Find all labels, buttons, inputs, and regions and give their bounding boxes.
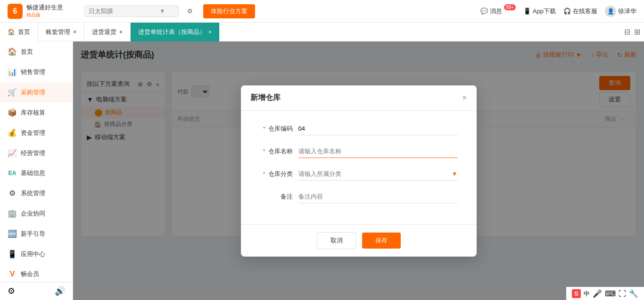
bottom-status-bar: S 中 🎤 ⌨ ⛶ 🔧 <box>566 287 644 300</box>
sidebar-item-guide[interactable]: 🆕 新手引导 <box>0 224 73 244</box>
sidebar-item-system[interactable]: ⚙ 系统管理 <box>0 183 73 203</box>
sidebar-item-finance[interactable]: 💰 资金管理 <box>0 123 73 143</box>
tab-controls: ⊟ ⊞ <box>624 27 644 36</box>
online-service-button[interactable]: 🎧 在线客服 <box>563 7 597 16</box>
expand-icon[interactable]: ⛶ <box>619 290 626 298</box>
sidebar-guide-label: 新手引导 <box>21 230 45 238</box>
tab-purchase-return-label: 进货退货 <box>92 28 116 36</box>
sidebar-item-purchase[interactable]: 🛒 采购管理 <box>0 82 73 102</box>
gear-button[interactable]: ⚙ <box>182 4 198 19</box>
system-icon: ⚙ <box>8 189 17 198</box>
sidebar-sales-label: 销售管理 <box>21 68 45 76</box>
warehouse-code-input[interactable] <box>298 122 458 135</box>
cancel-button[interactable]: 取消 <box>317 232 356 249</box>
finance-icon: 💰 <box>8 128 17 137</box>
main-area: 🏠 首页 📊 销售管理 🛒 采购管理 📦 库存核算 💰 资金管理 📈 经营管理 … <box>0 42 644 300</box>
save-button[interactable]: 保存 <box>362 233 401 249</box>
keyboard-icon[interactable]: ⌨ <box>605 289 616 298</box>
tab-prev-icon[interactable]: ⊟ <box>624 27 630 36</box>
tab-next-icon[interactable]: ⊞ <box>634 27 640 36</box>
sidebar-item-home[interactable]: 🏠 首页 <box>0 42 73 62</box>
sidebar-member-label: 畅会员 <box>21 270 39 278</box>
volume-icon[interactable]: 🔊 <box>55 286 65 296</box>
sidebar-item-member[interactable]: V 畅会员 <box>0 264 73 284</box>
app-download-button[interactable]: 📱 App下载 <box>523 7 556 16</box>
tab-accounts-close[interactable]: × <box>73 29 76 35</box>
note-label: 备注 <box>260 192 293 201</box>
sidebar-home-label: 首页 <box>21 48 33 56</box>
logo-title: 畅捷通好生意 <box>26 4 63 12</box>
settings-bottom-icon[interactable]: ⚙ <box>8 286 15 296</box>
warehouse-code-row: * 仓库编码 <box>260 122 458 135</box>
username-label: 徐泽华 <box>618 7 636 16</box>
sidebar-enterprise-label: 企业协同 <box>21 209 45 218</box>
note-input[interactable] <box>298 190 458 203</box>
message-icon: 💬 <box>480 8 488 15</box>
s-logo: S <box>572 289 581 298</box>
modal-title: 新增仓库 <box>250 93 281 103</box>
sidebar-item-basic[interactable]: EA 基础信息 <box>0 163 73 183</box>
settings-status-icon[interactable]: 🔧 <box>629 289 638 298</box>
message-button[interactable]: 💬 消息 99+ <box>480 7 516 16</box>
tab-accounts[interactable]: 账套管理 × <box>38 23 84 42</box>
tab-purchase-stats-label: 进货单统计表（按商品） <box>138 28 206 36</box>
modal-header: 新增仓库 × <box>241 85 477 111</box>
sidebar-bottom: ⚙ 🔊 <box>0 282 73 300</box>
tab-purchase-stats-close[interactable]: × <box>208 29 212 35</box>
mic-icon[interactable]: 🎤 <box>593 289 602 298</box>
tab-accounts-label: 账套管理 <box>46 28 70 36</box>
basic-icon: EA <box>8 170 17 176</box>
top-header: 6 畅捷通好生意 精品版 ▼ ⚙ 体验行业方案 💬 消息 99+ 📱 App下载… <box>0 0 644 23</box>
sidebar-item-sales[interactable]: 📊 销售管理 <box>0 62 73 82</box>
sidebar-item-inventory[interactable]: 📦 库存核算 <box>0 102 73 123</box>
enterprise-icon: 🏢 <box>8 209 17 218</box>
warehouse-category-input[interactable] <box>298 167 452 180</box>
app-center-icon: 📱 <box>8 250 17 258</box>
message-badge: 99+ <box>504 4 516 10</box>
warehouse-name-input[interactable] <box>298 145 458 158</box>
warehouse-name-label: * 仓库名称 <box>260 147 293 156</box>
sidebar-basic-label: 基础信息 <box>21 169 45 177</box>
search-input[interactable] <box>89 8 159 15</box>
avatar: 👤 <box>605 6 616 17</box>
app-icon: 📱 <box>523 8 531 15</box>
sidebar-item-operation[interactable]: 📈 经营管理 <box>0 143 73 163</box>
modal-close-button[interactable]: × <box>462 93 467 103</box>
tab-purchase-return-close[interactable]: × <box>119 29 123 35</box>
sales-icon: 📊 <box>8 67 17 76</box>
sidebar-app-label: 应用中心 <box>21 250 45 258</box>
sidebar-item-app[interactable]: 📱 应用中心 <box>0 244 73 264</box>
modal-overlay: 新增仓库 × * 仓库编码 * <box>73 42 644 300</box>
tab-purchase-return[interactable]: 进货退货 × <box>84 23 131 42</box>
warehouse-category-label: * 仓库分类 <box>260 170 293 178</box>
inventory-icon: 📦 <box>8 108 17 117</box>
sidebar-inventory-label: 库存核算 <box>21 108 45 117</box>
header-search-box[interactable]: ▼ <box>84 5 179 17</box>
operation-icon: 📈 <box>8 149 17 158</box>
logo-icon: 6 <box>8 4 23 19</box>
header-right: 💬 消息 99+ 📱 App下载 🎧 在线客服 👤 徐泽华 <box>480 6 636 17</box>
headphone-icon: 🎧 <box>563 8 571 15</box>
warehouse-category-select[interactable]: ▼ <box>298 167 458 181</box>
user-profile[interactable]: 👤 徐泽华 <box>605 6 636 17</box>
tab-purchase-stats[interactable]: 进货单统计表（按商品） × <box>131 23 220 42</box>
sidebar-item-enterprise[interactable]: 🏢 企业协同 <box>0 203 73 224</box>
modal-body: * 仓库编码 * 仓库名称 <box>241 111 477 224</box>
category-dropdown-icon[interactable]: ▼ <box>452 170 458 177</box>
logo-sub: 精品版 <box>26 12 63 18</box>
add-warehouse-modal: 新增仓库 × * 仓库编码 * <box>241 85 477 257</box>
zh-icon[interactable]: 中 <box>584 290 590 298</box>
tab-home-label: 首页 <box>18 28 30 36</box>
tab-home[interactable]: 🏠 首页 <box>0 23 38 42</box>
purchase-icon: 🛒 <box>8 88 17 97</box>
sidebar-system-label: 系统管理 <box>21 189 45 198</box>
sidebar-finance-label: 资金管理 <box>21 129 45 137</box>
trial-button[interactable]: 体验行业方案 <box>203 4 255 18</box>
search-dropdown-icon[interactable]: ▼ <box>159 8 165 15</box>
member-icon: V <box>8 270 17 278</box>
warehouse-category-row: * 仓库分类 ▼ <box>260 167 458 181</box>
home-icon: 🏠 <box>8 28 15 35</box>
logo-area: 6 畅捷通好生意 精品版 <box>8 4 81 19</box>
left-sidebar: 🏠 首页 📊 销售管理 🛒 采购管理 📦 库存核算 💰 资金管理 📈 经营管理 … <box>0 42 73 300</box>
note-row: 备注 <box>260 190 458 203</box>
